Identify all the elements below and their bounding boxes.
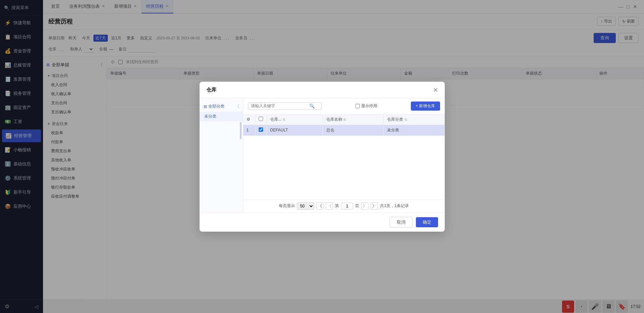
- row-index: 1: [243, 125, 255, 135]
- sort-icon: ⇅: [283, 118, 285, 121]
- modal-footer: 取消 确定: [200, 212, 445, 232]
- cancel-button[interactable]: 取消: [390, 217, 413, 228]
- modal-next-btn[interactable]: 〉: [361, 202, 369, 210]
- modal-total-info: 共1页，1条记录: [380, 203, 409, 209]
- modal-table-header-row: ⚙ 仓库... ⇅ 仓库名称 ⇅: [243, 114, 445, 125]
- th-warehouse-name: 仓库名称 ⇅: [323, 114, 384, 125]
- modal-left-scroll-area: [200, 121, 243, 209]
- modal-pagination: 每页显示 50 10 20 100 《 〈 第 页 〉 》 共1页，1条记录: [243, 199, 445, 212]
- confirm-button[interactable]: 确定: [416, 217, 438, 227]
- warehouse-modal: 仓库 ✕ ⊞ 全部分类 《 未分类 🔍: [200, 82, 445, 232]
- modal-page-input[interactable]: [341, 203, 353, 209]
- show-disabled-text: 显示停用: [361, 103, 377, 109]
- modal-left-scrollbar[interactable]: [240, 122, 242, 139]
- modal-table-wrapper: ⚙ 仓库... ⇅ 仓库名称 ⇅: [243, 114, 445, 199]
- modal-left-collapse[interactable]: 《: [235, 104, 240, 110]
- modal-left-header: ⊞ 全部分类 《: [200, 102, 243, 112]
- sort-icon: ⇅: [404, 118, 407, 121]
- modal-first-btn[interactable]: 《: [316, 202, 324, 210]
- modal-page-suffix: 页: [355, 203, 359, 209]
- all-category-label[interactable]: 全部分类: [208, 104, 224, 109]
- th-warehouse-category: 仓库分类 ⇅: [384, 114, 444, 125]
- modal-right-toolbar: 🔍 显示停用 + 新增仓库: [243, 98, 445, 114]
- show-disabled-checkbox[interactable]: [355, 104, 360, 108]
- modal-table: ⚙ 仓库... ⇅ 仓库名称 ⇅: [243, 114, 445, 136]
- modal-per-page-label: 每页显示: [279, 203, 295, 209]
- modal-last-btn[interactable]: 》: [371, 202, 378, 210]
- modal-header: 仓库 ✕: [200, 82, 445, 98]
- row-checkbox-cell: [255, 125, 267, 135]
- row-code: DEFAULT: [267, 125, 323, 135]
- show-disabled-label[interactable]: 显示停用: [355, 103, 377, 109]
- modal-left-uncategorized[interactable]: 未分类: [200, 112, 243, 121]
- row-name: 总仓: [323, 125, 384, 135]
- modal-select-all[interactable]: [259, 117, 263, 121]
- th-settings: ⚙: [243, 114, 255, 125]
- all-category-icon: ⊞: [204, 104, 207, 109]
- th-checkbox: [255, 114, 267, 125]
- modal-search-icon: 🔍: [309, 104, 315, 109]
- modal-right-panel: 🔍 显示停用 + 新增仓库 ⚙: [243, 98, 445, 212]
- modal-page-label: 第: [335, 203, 339, 209]
- modal-prev-btn[interactable]: 〈: [326, 202, 333, 210]
- add-warehouse-button[interactable]: + 新增仓库: [411, 102, 440, 111]
- row-checkbox[interactable]: [259, 127, 263, 132]
- modal-search-input[interactable]: [251, 104, 308, 108]
- sort-icon: ⇅: [343, 118, 346, 121]
- modal-left-panel: ⊞ 全部分类 《 未分类: [200, 98, 243, 212]
- modal-title: 仓库: [206, 87, 216, 93]
- all-category-wrapper: ⊞ 全部分类: [204, 104, 224, 109]
- settings-col-icon[interactable]: ⚙: [247, 117, 250, 122]
- modal-table-row[interactable]: 1 DEFAULT 总仓 未分类: [243, 125, 445, 135]
- row-category: 未分类: [384, 125, 444, 135]
- th-warehouse-code: 仓库... ⇅: [267, 114, 323, 125]
- modal-per-page-select[interactable]: 50 10 20 100: [297, 202, 314, 210]
- modal-close-button[interactable]: ✕: [433, 86, 438, 94]
- modal-body: ⊞ 全部分类 《 未分类 🔍 显示停用: [200, 98, 445, 212]
- modal-search-wrapper: 🔍: [248, 102, 322, 110]
